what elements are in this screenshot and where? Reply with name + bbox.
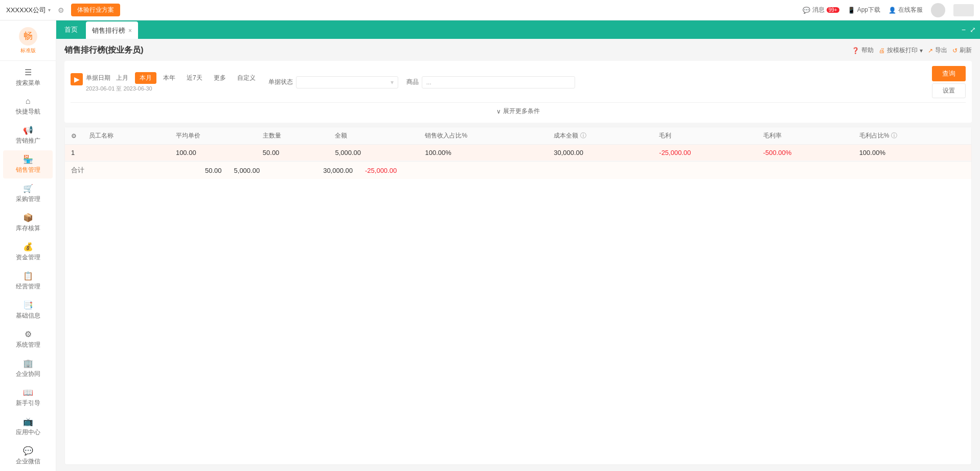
help-label: 帮助 <box>861 46 874 55</box>
expand-filter-button[interactable]: ∨ 展开更多条件 <box>71 105 966 118</box>
print-button[interactable]: 🖨 按模板打印 ▾ <box>879 46 923 55</box>
help-button[interactable]: ❓ 帮助 <box>852 46 874 55</box>
avatar[interactable] <box>931 3 945 17</box>
export-icon: ↗ <box>928 47 933 54</box>
expand-filter-label: 展开更多条件 <box>503 107 540 116</box>
message-label: 消息 <box>812 6 825 14</box>
filter-bar: ▶ 单据日期 上月 本月 本年 近7天 更多 <box>64 61 972 123</box>
sidebar-item-quick-nav[interactable]: ⌂ 快捷导航 <box>3 93 53 120</box>
date-filter: 单据日期 上月 本月 本年 近7天 更多 自定义 <box>86 72 260 84</box>
tab-home[interactable]: 首页 <box>56 20 86 39</box>
service-icon: 👤 <box>888 7 896 14</box>
table-footer: 合计 50.00 5,000.00 30,000.00 -25,000.00 <box>65 161 971 179</box>
sidebar-item-operations[interactable]: 📋 经营管理 <box>3 267 53 295</box>
sidebar-item-label: 新手引导 <box>16 399 40 408</box>
tab-sales-ranking[interactable]: 销售排行榜 × <box>86 21 138 40</box>
sidebar-item-search-orders[interactable]: ☰ 搜索菜单 <box>3 63 53 92</box>
cell-quantity: 50.00 <box>257 145 329 161</box>
logo-icon: 畅 <box>18 27 38 46</box>
inventory-icon: 📦 <box>23 213 33 222</box>
cell-amount: 5,000.00 <box>329 145 419 161</box>
date-btn-last-month[interactable]: 上月 <box>111 72 133 84</box>
tab-expand-button[interactable]: ⤢ <box>970 26 976 34</box>
wechat-icon: 💬 <box>23 446 33 456</box>
date-controls: 单据日期 上月 本月 本年 近7天 更多 自定义 2023 <box>86 72 260 93</box>
table-header-row: ⚙ 员工名称 平均单价 主数量 全额 销售收入占比% 成本全额 ⓘ 毛利 毛利率… <box>65 127 971 145</box>
goods-input[interactable]: ... <box>422 76 575 88</box>
main-content: 首页 销售排行榜 × − ⤢ 销售排行榜(按业务员) ❓ 帮助 <box>56 20 980 471</box>
date-btn-custom[interactable]: 自定义 <box>233 72 260 84</box>
cell-gross-pct: 100.00% <box>853 145 971 161</box>
status-filter-group: 单据状态 ▾ <box>268 76 398 88</box>
sidebar-item-app-center[interactable]: 📺 应用中心 <box>3 413 53 441</box>
date-btn-this-month[interactable]: 本月 <box>135 72 156 84</box>
cell-sales-pct: 100.00% <box>419 145 548 161</box>
company-selector[interactable]: XXXXXX公司 ▾ <box>6 6 51 15</box>
trial-button[interactable]: 体验行业方案 <box>71 4 120 16</box>
sidebar-item-label: 营销推广 <box>16 137 40 145</box>
gross-pct-info-icon[interactable]: ⓘ <box>891 132 897 139</box>
data-table: ⚙ 员工名称 平均单价 主数量 全额 销售收入占比% 成本全额 ⓘ 毛利 毛利率… <box>65 127 971 161</box>
finance-icon: 💰 <box>23 242 33 252</box>
quick-nav-icon: ⌂ <box>26 97 31 106</box>
top-header: XXXXXX公司 ▾ ⚙ 体验行业方案 💬 消息 99+ 📱 App下载 👤 在… <box>0 0 980 20</box>
date-expand-button[interactable]: ▶ <box>71 73 83 85</box>
query-button[interactable]: 查询 <box>932 66 966 81</box>
app-icon: 📱 <box>848 7 855 14</box>
date-btn-this-year[interactable]: 本年 <box>158 72 180 84</box>
sidebar-logo: 畅 标准版 <box>0 23 56 61</box>
sidebar-item-label: 搜索菜单 <box>16 79 40 87</box>
sidebar-item-enterprise[interactable]: 🏢 企业协同 <box>3 354 53 383</box>
action-buttons: 查询 设置 <box>932 66 966 98</box>
refresh-icon: ↺ <box>952 47 958 54</box>
svg-text:畅: 畅 <box>24 31 33 41</box>
cost-info-icon[interactable]: ⓘ <box>580 132 586 139</box>
col-quantity: 主数量 <box>257 127 329 145</box>
tab-bar: 首页 销售排行榜 × − ⤢ <box>56 20 980 39</box>
export-button[interactable]: ↗ 导出 <box>928 46 947 55</box>
system-icon: ⚙ <box>25 329 32 339</box>
col-sales-pct: 销售收入占比% <box>419 127 548 145</box>
sidebar-item-sales[interactable]: 🏪 销售管理 <box>3 150 53 178</box>
online-service-button[interactable]: 👤 在线客服 <box>888 6 923 14</box>
print-chevron-icon: ▾ <box>920 47 923 54</box>
sales-icon: 🏪 <box>23 154 33 164</box>
sidebar-item-inventory[interactable]: 📦 库存核算 <box>3 209 53 237</box>
tab-bar-right: − ⤢ <box>962 26 980 34</box>
app-download-button[interactable]: 📱 App下载 <box>848 6 880 14</box>
date-btn-7days[interactable]: 近7天 <box>182 72 207 84</box>
date-btn-more[interactable]: 更多 <box>209 72 231 84</box>
date-buttons: 上月 本月 本年 近7天 更多 自定义 <box>111 72 260 84</box>
sidebar-item-purchase[interactable]: 🛒 采购管理 <box>3 180 53 208</box>
sidebar-item-label: 企业协同 <box>16 370 40 378</box>
page-title: 销售排行榜(按业务员) <box>64 45 144 56</box>
sidebar-item-basic-info[interactable]: 📑 基础信息 <box>3 296 53 324</box>
tab-minimize-button[interactable]: − <box>962 26 966 34</box>
col-amount: 全额 <box>329 127 419 145</box>
col-gross-rate: 毛利率 <box>757 127 853 145</box>
sidebar-item-finance[interactable]: 💰 资金管理 <box>3 238 53 266</box>
guide-icon: 📖 <box>23 388 33 397</box>
status-select[interactable]: ▾ <box>296 76 398 88</box>
marketing-icon: 📢 <box>23 125 33 135</box>
main-layout: 畅 标准版 ☰ 搜索菜单 ⌂ 快捷导航 📢 营销推广 🏪 销售管理 🛒 采购管理… <box>0 20 980 471</box>
sidebar-item-label: 应用中心 <box>16 428 40 437</box>
sidebar-item-system[interactable]: ⚙ 系统管理 <box>3 325 53 353</box>
tab-close-icon[interactable]: × <box>128 21 132 40</box>
operations-icon: 📋 <box>23 271 33 281</box>
settings-gear-button[interactable]: ⚙ <box>55 4 67 16</box>
date-filter-group: ▶ 单据日期 上月 本月 本年 近7天 更多 <box>71 72 260 93</box>
col-settings-icon[interactable]: ⚙ <box>71 132 77 140</box>
filter-settings-button[interactable]: 设置 <box>932 83 966 98</box>
sidebar-item-marketing[interactable]: 📢 营销推广 <box>3 121 53 149</box>
message-button[interactable]: 💬 消息 99+ <box>803 6 839 14</box>
logo-text: 标准版 <box>20 47 36 54</box>
cell-cost: 30,000.00 <box>548 145 653 161</box>
sidebar-item-wechat[interactable]: 💬 企业微信 <box>3 442 53 470</box>
company-name: XXXXXX公司 <box>6 6 46 15</box>
app-label: App下载 <box>857 6 880 14</box>
goods-filter-group: 商品 ... <box>406 76 575 88</box>
refresh-button[interactable]: ↺ 刷新 <box>952 46 972 55</box>
sidebar-item-guide[interactable]: 📖 新手引导 <box>3 384 53 412</box>
sidebar-item-label: 快捷导航 <box>16 107 40 116</box>
